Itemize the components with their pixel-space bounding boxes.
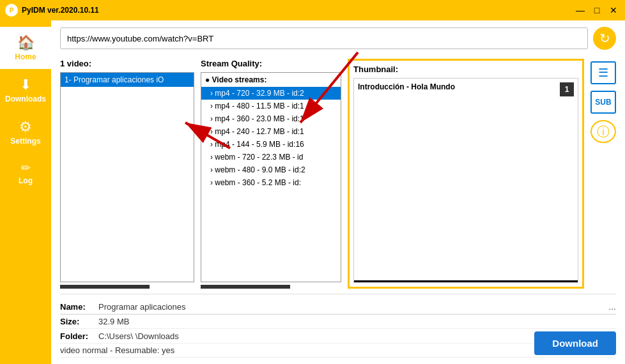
folder-row: Folder: C:\Users\ \Downloads ... bbox=[60, 329, 616, 344]
app-logo: P bbox=[5, 4, 18, 17]
name-more[interactable]: ... bbox=[608, 301, 616, 312]
type-value: video normal - Resumable: yes bbox=[60, 345, 616, 355]
thumbnail-title: Introducción - Hola Mundo bbox=[358, 82, 560, 91]
thumbnail-badge: 1 bbox=[560, 82, 574, 96]
refresh-button[interactable]: ↻ bbox=[593, 27, 616, 50]
sidebar-item-log[interactable]: ✏ Log bbox=[0, 153, 51, 193]
main-layout: 🏠 Home ⬇ Downloads ⚙ Settings ✏ Log ↻ 1 … bbox=[0, 20, 625, 364]
sidebar-item-home[interactable]: 🏠 Home bbox=[0, 27, 51, 69]
video-list[interactable]: 1- Programar aplicaciones iO bbox=[60, 72, 194, 282]
video-count-heading: 1 video: bbox=[60, 59, 194, 68]
sidebar-item-downloads[interactable]: ⬇ Downloads bbox=[0, 69, 51, 111]
stream-heading: Stream Quality: bbox=[201, 59, 341, 68]
list-item[interactable]: 1- Programar aplicaciones iO bbox=[61, 73, 194, 87]
app-title: PyIDM ver.2020.10.11 bbox=[22, 6, 99, 15]
thumbnail-label: Thumbnail: bbox=[353, 64, 578, 74]
size-value: 32.9 MB bbox=[98, 317, 616, 326]
sidebar-home-label: Home bbox=[15, 52, 36, 61]
sub-button[interactable]: SUB bbox=[590, 91, 616, 114]
content-area: ↻ 1 video: 1- Programar aplicaciones iO … bbox=[51, 20, 625, 364]
info-button[interactable]: ⓘ bbox=[590, 120, 616, 143]
name-label: Name: bbox=[60, 302, 98, 312]
list-item[interactable]: › mp4 - 360 - 23.0 MB - id:1 bbox=[201, 112, 341, 125]
titlebar: P PyIDM ver.2020.10.11 — □ ✕ bbox=[0, 0, 625, 20]
url-row: ↻ bbox=[60, 27, 616, 50]
right-icon-buttons: ☰ SUB ⓘ bbox=[590, 59, 616, 289]
url-input[interactable] bbox=[60, 27, 588, 49]
video-scrollbar bbox=[60, 285, 150, 289]
size-row: Size: 32.9 MB bbox=[60, 315, 616, 329]
type-row: video normal - Resumable: yes bbox=[60, 344, 616, 358]
thumbnail-box: Thumbnail: Introducción - Hola Mundo 1 bbox=[348, 59, 584, 289]
list-item[interactable]: › webm - 720 - 22.3 MB - id bbox=[201, 151, 341, 163]
name-value: Programar aplicaciones bbox=[98, 302, 605, 312]
settings-icon: ⚙ bbox=[19, 119, 32, 135]
thumbnail-section: Thumbnail: Introducción - Hola Mundo 1 bbox=[348, 59, 584, 289]
thumbnail-progress-bar bbox=[354, 280, 578, 282]
titlebar-left: P PyIDM ver.2020.10.11 bbox=[5, 4, 99, 17]
sidebar-settings-label: Settings bbox=[10, 137, 40, 146]
download-button[interactable]: Download bbox=[534, 331, 616, 355]
list-item[interactable]: › webm - 360 - 5.2 MB - id: bbox=[201, 176, 341, 189]
sidebar-item-settings[interactable]: ⚙ Settings bbox=[0, 111, 51, 153]
body-row: 1 video: 1- Programar aplicaciones iO St… bbox=[60, 59, 616, 289]
list-item[interactable]: › webm - 480 - 9.0 MB - id:2 bbox=[201, 163, 341, 176]
minimize-button[interactable]: — bbox=[574, 4, 587, 17]
list-item[interactable]: › mp4 - 720 - 32.9 MB - id:2 bbox=[201, 87, 341, 100]
size-label: Size: bbox=[60, 317, 98, 326]
maximize-button[interactable]: □ bbox=[590, 4, 603, 17]
list-view-button[interactable]: ☰ bbox=[590, 61, 616, 84]
sidebar-log-label: Log bbox=[19, 176, 33, 185]
list-item[interactable]: › mp4 - 144 - 5.9 MB - id:16 bbox=[201, 138, 341, 151]
close-button[interactable]: ✕ bbox=[607, 4, 620, 17]
home-icon: 🏠 bbox=[17, 34, 35, 51]
log-icon: ✏ bbox=[21, 161, 31, 175]
sidebar-downloads-label: Downloads bbox=[5, 95, 46, 103]
sidebar: 🏠 Home ⬇ Downloads ⚙ Settings ✏ Log bbox=[0, 20, 51, 364]
downloads-icon: ⬇ bbox=[20, 77, 31, 93]
folder-label: Folder: bbox=[60, 331, 98, 341]
name-row: Name: Programar aplicaciones ... bbox=[60, 300, 616, 314]
folder-value: C:\Users\ \Downloads bbox=[98, 331, 605, 341]
stream-scrollbar bbox=[201, 285, 290, 289]
window-controls: — □ ✕ bbox=[574, 4, 620, 17]
list-item[interactable]: › mp4 - 480 - 11.5 MB - id:1 bbox=[201, 100, 341, 112]
list-item[interactable]: › mp4 - 240 - 12.7 MB - id:1 bbox=[201, 125, 341, 138]
bottom-info: Name: Programar aplicaciones ... Size: 3… bbox=[60, 294, 616, 358]
stream-section: Stream Quality: ● Video streams: › mp4 -… bbox=[201, 59, 341, 289]
thumbnail-image-area: Introducción - Hola Mundo 1 bbox=[353, 78, 578, 283]
stream-list[interactable]: ● Video streams: › mp4 - 720 - 32.9 MB -… bbox=[201, 72, 341, 282]
stream-group-label: ● Video streams: bbox=[201, 73, 341, 87]
video-list-section: 1 video: 1- Programar aplicaciones iO bbox=[60, 59, 194, 289]
